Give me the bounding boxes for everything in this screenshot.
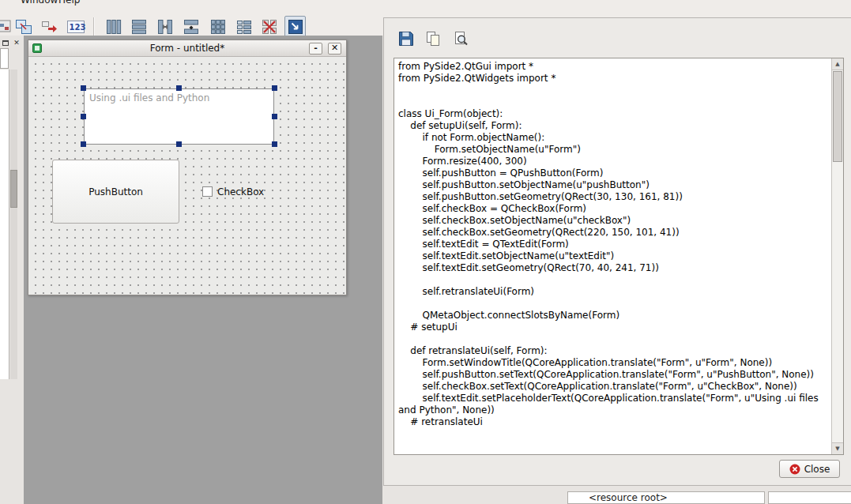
menu-window[interactable]: Window bbox=[21, 0, 58, 6]
form-canvas[interactable]: Using .ui files and Python PushButton Ch… bbox=[28, 57, 346, 295]
selection-handle-middle-right[interactable] bbox=[272, 114, 277, 119]
form-close-button[interactable]: ✕ bbox=[328, 43, 341, 55]
save-icon[interactable] bbox=[396, 28, 416, 48]
close-circle-icon bbox=[789, 464, 800, 475]
edit-buddies-icon[interactable] bbox=[39, 16, 60, 37]
find-icon[interactable] bbox=[450, 28, 470, 48]
menu-help[interactable]: Help bbox=[58, 0, 80, 6]
form-minimize-button[interactable]: - bbox=[309, 43, 322, 55]
menubar: Window Help bbox=[0, 0, 851, 6]
break-layout-icon[interactable] bbox=[258, 16, 280, 37]
resource-panel-fragment bbox=[768, 491, 851, 504]
code-preview-dialog: from PySide2.QtGui import * from PySide2… bbox=[383, 17, 851, 486]
resource-root-item[interactable]: <resource root> bbox=[567, 491, 765, 504]
code-scrollbar-thumb[interactable] bbox=[833, 71, 842, 162]
form-editor-window: Form - untitled* - ✕ Using .ui files and… bbox=[28, 39, 347, 295]
widget-box-list[interactable] bbox=[0, 70, 9, 379]
widget-filter-input[interactable] bbox=[0, 48, 9, 69]
checkbox-label: CheckBox bbox=[217, 186, 264, 197]
form-window-title: Form - untitled* bbox=[28, 43, 346, 54]
checkbox-box-icon[interactable] bbox=[202, 186, 213, 197]
generated-code-view: from PySide2.QtGui import * from PySide2… bbox=[393, 58, 844, 455]
close-button-label: Close bbox=[804, 464, 830, 475]
layout-vertical-splitter-icon[interactable] bbox=[180, 16, 201, 37]
code-scrollbar: ▲ ▼ bbox=[831, 58, 843, 454]
edit-tab-order-icon[interactable]: 123 bbox=[65, 16, 86, 37]
close-dock-icon[interactable]: ✕ bbox=[12, 38, 21, 47]
scroll-up-icon[interactable]: ▲ bbox=[832, 58, 843, 70]
float-dock-icon[interactable] bbox=[1, 38, 10, 47]
selection-handle-top-left[interactable] bbox=[81, 85, 86, 91]
qt-designer-screen: Window Help bbox=[0, 0, 851, 504]
layout-form-icon[interactable] bbox=[233, 16, 254, 37]
svg-text:123: 123 bbox=[69, 23, 85, 32]
textedit-widget[interactable]: Using .ui files and Python bbox=[84, 88, 274, 145]
selection-handle-bottom-left[interactable] bbox=[81, 141, 86, 147]
toolbar-separator bbox=[93, 17, 95, 36]
selection-handle-top-right[interactable] bbox=[272, 85, 277, 91]
edit-signals-slots-icon[interactable] bbox=[13, 16, 34, 37]
layout-grid-icon[interactable] bbox=[207, 16, 228, 37]
pushbutton-widget[interactable]: PushButton bbox=[52, 160, 179, 224]
copy-icon[interactable] bbox=[423, 28, 442, 48]
scrollbar-thumb[interactable] bbox=[10, 170, 17, 208]
selection-handle-bottom-right[interactable] bbox=[272, 141, 277, 147]
checkbox-widget[interactable]: CheckBox bbox=[202, 175, 282, 208]
selection-handle-bottom-center[interactable] bbox=[176, 141, 182, 147]
widget-box-scrollbar[interactable] bbox=[10, 70, 17, 379]
form-window-titlebar[interactable]: Form - untitled* - ✕ bbox=[28, 40, 346, 57]
layout-vertical-icon[interactable] bbox=[128, 16, 149, 37]
layout-horizontal-icon[interactable] bbox=[103, 16, 124, 37]
layout-horizontal-splitter-icon[interactable] bbox=[154, 16, 175, 37]
scroll-down-icon[interactable]: ▼ bbox=[832, 442, 843, 454]
generated-code-text[interactable]: from PySide2.QtGui import * from PySide2… bbox=[394, 58, 831, 454]
widget-box-dock: ✕ bbox=[0, 36, 24, 504]
close-button[interactable]: Close bbox=[779, 460, 840, 478]
selection-handle-middle-left[interactable] bbox=[81, 114, 86, 119]
adjust-size-icon[interactable] bbox=[284, 16, 306, 37]
mdi-workspace: Form - untitled* - ✕ Using .ui files and… bbox=[24, 36, 382, 504]
selection-handle-top-center[interactable] bbox=[176, 85, 182, 91]
